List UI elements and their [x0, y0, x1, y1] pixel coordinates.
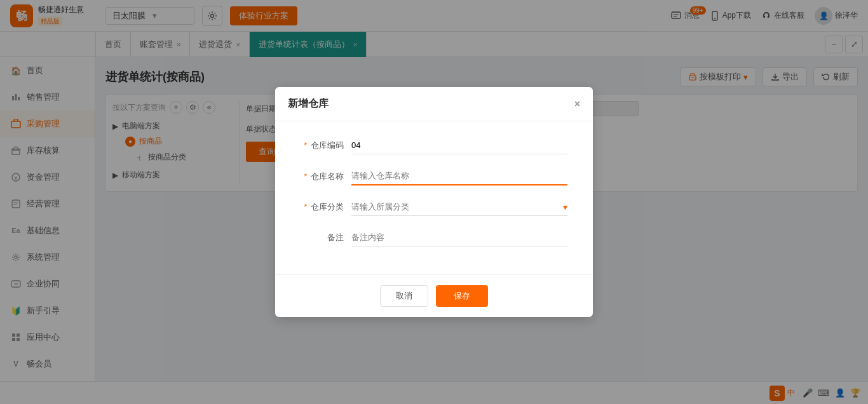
dialog-new-warehouse: 新增仓库 × * 仓库编码 * 仓库名称 — [275, 87, 593, 317]
form-row-code: * 仓库编码 — [301, 137, 567, 154]
code-input[interactable] — [351, 137, 567, 154]
category-dropdown-arrow[interactable]: ▾ — [563, 202, 567, 212]
notes-input[interactable] — [351, 229, 567, 246]
dialog-header: 新增仓库 × — [275, 87, 593, 121]
name-label-text: 仓库名称 — [311, 172, 344, 181]
name-label: * 仓库名称 — [301, 171, 351, 182]
category-required-star: * — [304, 202, 307, 212]
dialog-title: 新增仓库 — [288, 97, 329, 111]
category-select-wrap: ▾ — [351, 198, 567, 216]
dialog-body: * 仓库编码 * 仓库名称 * 仓库分类 — [275, 121, 593, 274]
name-required-star: * — [304, 172, 307, 181]
save-button[interactable]: 保存 — [436, 285, 488, 307]
notes-label-text: 备注 — [327, 232, 344, 242]
form-row-category: * 仓库分类 ▾ — [301, 198, 567, 216]
category-label: * 仓库分类 — [301, 201, 351, 213]
form-row-name: * 仓库名称 — [301, 167, 567, 185]
dialog-close-button[interactable]: × — [574, 98, 580, 110]
code-label-text: 仓库编码 — [311, 140, 344, 150]
notes-label: 备注 — [301, 232, 351, 243]
modal-overlay[interactable]: 新增仓库 × * 仓库编码 * 仓库名称 — [0, 0, 868, 404]
form-row-notes: 备注 — [301, 229, 567, 246]
category-label-text: 仓库分类 — [311, 202, 344, 212]
dialog-footer: 取消 保存 — [275, 274, 593, 317]
code-label: * 仓库编码 — [301, 140, 351, 151]
name-input[interactable] — [351, 167, 567, 185]
code-required-star: * — [304, 140, 307, 150]
category-input[interactable] — [351, 198, 563, 215]
cancel-button[interactable]: 取消 — [380, 285, 428, 307]
